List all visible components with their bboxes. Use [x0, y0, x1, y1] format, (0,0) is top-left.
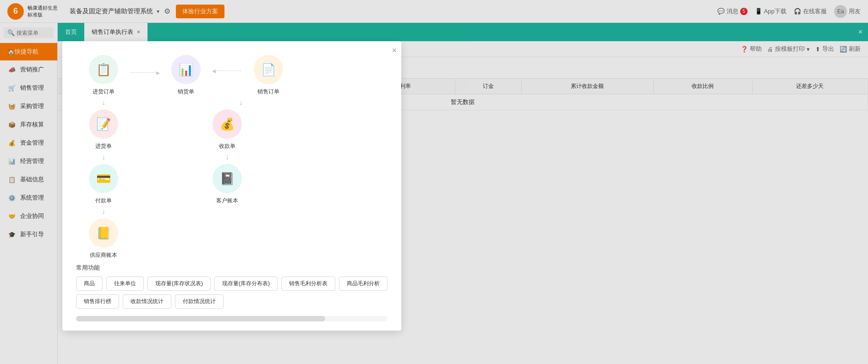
flow-modal: × 📋 进货订单 📝 进货单	[62, 41, 401, 331]
flow-customer-ledger[interactable]: 📓 客户账本	[200, 164, 255, 205]
common-btn-sales-ranking[interactable]: 销售排行榜	[76, 294, 119, 309]
flow-payment-bill[interactable]: 💳 付款单	[76, 164, 131, 205]
common-functions-title: 常用功能	[76, 264, 388, 272]
arrow-down-sales	[226, 96, 256, 109]
common-buttons-group: 商品 往来单位 现存量(库存状况表) 现存量(库存分布表) 销售毛利分析表 商品…	[76, 277, 388, 309]
common-functions-section: 常用功能 商品 往来单位 现存量(库存状况表) 现存量(库存分布表) 销售毛利分…	[76, 264, 388, 309]
common-btn-stock-dist[interactable]: 现存量(库存分布表)	[214, 277, 278, 291]
right-flow-col: 📊 销货单 ◄ 📄 销售订单	[158, 55, 296, 205]
flow-receipt-bill[interactable]: 💰 收款单	[200, 109, 255, 150]
modal-overlay[interactable]: × 📋 进货订单 📝 进货单	[0, 0, 868, 364]
common-btn-counterpart[interactable]: 往来单位	[106, 277, 144, 291]
arrow-down-1	[89, 96, 118, 109]
flow-purchase-order[interactable]: 📋 进货订单	[76, 55, 131, 96]
flow-purchase-bill[interactable]: 📝 进货单	[76, 109, 131, 150]
common-btn-stock-status[interactable]: 现存量(库存状况表)	[147, 277, 211, 291]
flow-sales-bill[interactable]: 📊 销货单	[158, 55, 213, 96]
flow-sales-order[interactable]: 📄 销售订单	[241, 55, 296, 96]
left-flow-col: 📋 进货订单 📝 进货单 💳 付款单	[76, 55, 131, 259]
common-btn-product-profit[interactable]: 商品毛利分析	[339, 277, 388, 291]
arrow-down-receipt	[213, 150, 242, 164]
common-btn-receipt-stats[interactable]: 收款情况统计	[123, 294, 171, 309]
common-btn-sales-profit[interactable]: 销售毛利分析表	[281, 277, 335, 291]
scroll-bar-thumb	[76, 316, 325, 321]
arrow-down-3	[89, 205, 118, 218]
arrow-down-2	[89, 150, 118, 164]
common-btn-payment-stats[interactable]: 付款情况统计	[175, 294, 224, 309]
flow-supplier-ledger[interactable]: 📒 供应商账本	[76, 218, 131, 259]
scroll-bar[interactable]	[76, 316, 388, 321]
modal-close-button[interactable]: ×	[392, 46, 397, 55]
common-btn-product[interactable]: 商品	[76, 277, 103, 291]
